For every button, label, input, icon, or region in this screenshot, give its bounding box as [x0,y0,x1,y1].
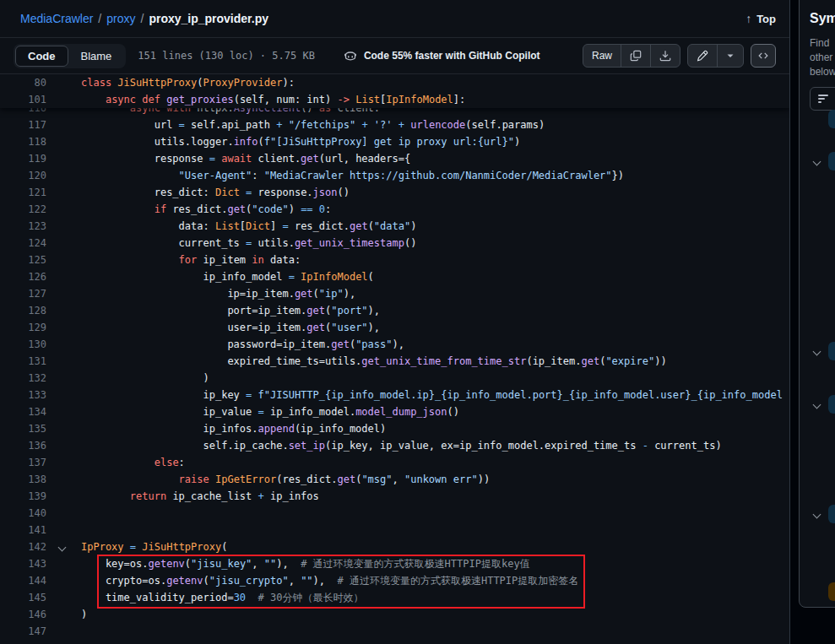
line-code: self.ip_cache.set_ip(ip_key, ip_value, e… [81,437,789,454]
line-gutter [46,133,81,150]
line-code: data: List[Dict] = res_dict.get("data") [81,218,789,235]
code-line: 129 user=ip_item.get("user"), [0,319,789,336]
line-number[interactable]: 121 [0,184,46,201]
line-number[interactable]: 130 [0,336,46,353]
line-gutter [46,235,81,252]
line-gutter [46,403,81,420]
line-number[interactable]: 117 [0,116,46,133]
line-number[interactable]: 119 [0,150,46,167]
line-number[interactable]: 134 [0,403,46,420]
copy-icon[interactable] [621,45,650,67]
collapse-chevron-icon[interactable] [58,544,65,551]
line-number[interactable]: 136 [0,437,46,454]
line-number[interactable]: 129 [0,319,46,336]
line-gutter [46,623,81,640]
line-gutter [46,488,81,505]
symbol-chip[interactable] [828,505,835,523]
line-number[interactable]: 145 [0,589,46,606]
line-number[interactable]: 128 [0,302,46,319]
line-number[interactable]: 118 [0,133,46,150]
line-code: port=ip_item.get("port"), [81,302,789,319]
line-gutter [46,505,81,522]
tab-code[interactable]: Code [15,46,68,67]
line-code: res_dict: Dict = response.json() [81,184,789,201]
line-gutter [46,336,81,353]
symbols-panel-description: Find other below [810,36,835,79]
line-code: ) [81,370,789,387]
line-number[interactable]: 120 [0,167,46,184]
symbols-filter-button[interactable] [810,87,835,111]
code-line: 143 key=os.getenv("jisu_key", ""), # 通过环… [0,555,789,572]
code-line: 147 [0,623,789,640]
line-gutter [46,150,81,167]
symbol-chip[interactable] [828,152,835,170]
breadcrumb-repo-link[interactable]: MediaCrawler [20,12,93,25]
symbols-panel-content: Symbols Find other below [800,0,835,111]
scroll-to-top-button[interactable]: ↑ Top [746,12,776,25]
line-number[interactable]: 126 [0,268,46,285]
breadcrumb-current-file: proxy_ip_provider.py [149,12,268,25]
symbol-chip[interactable] [828,395,835,414]
tree-expand-chevron-icon[interactable] [813,402,820,409]
line-code: ip_value = ip_info_model.model_dump_json… [81,403,789,420]
code-line: 136 self.ip_cache.set_ip(ip_key, ip_valu… [0,437,789,454]
line-gutter [46,252,81,268]
symbol-chip[interactable] [828,342,835,360]
line-number[interactable]: 142 [0,538,46,555]
line-number[interactable]: 125 [0,252,46,268]
symbol-chip[interactable] [828,110,835,128]
line-number[interactable]: 123 [0,218,46,235]
line-number[interactable]: 147 [0,623,46,640]
edit-dropdown-chevron-icon[interactable] [717,45,743,67]
line-number[interactable]: 124 [0,235,46,252]
breadcrumb-folder-link[interactable]: proxy [106,12,135,25]
line-code [81,505,789,522]
symbols-panel-toggle-button[interactable] [751,44,776,68]
tree-expand-chevron-icon[interactable] [813,159,820,165]
line-number[interactable]: 101 [0,91,46,108]
raw-button[interactable]: Raw [583,45,621,67]
breadcrumb-separator: / [140,12,144,25]
line-code: url = self.api_path + "/fetchips" + '?' … [81,116,789,133]
download-icon[interactable] [650,45,680,67]
file-toolbar: Code Blame 151 lines (130 loc) · 5.75 KB… [0,38,789,74]
line-code: return ip_cache_list + ip_infos [81,488,789,505]
code-line: 130 password=ip_item.get("pass"), [0,336,789,353]
line-number[interactable]: 133 [0,387,46,403]
tree-expand-chevron-icon[interactable] [813,349,820,355]
line-code: raise IpGetError(res_dict.get("msg", "un… [81,471,789,488]
edit-pencil-icon[interactable] [688,45,717,67]
code-line: 124 current_ts = utils.get_unix_timestam… [0,235,789,252]
line-number[interactable]: 143 [0,555,46,572]
line-number[interactable]: 138 [0,471,46,488]
line-number[interactable]: 122 [0,201,46,218]
line-code: time_validity_period=30 # 30分钟（最长时效） [81,589,789,606]
line-number[interactable]: 127 [0,285,46,302]
line-number[interactable]: 132 [0,370,46,387]
copilot-banner[interactable]: Code 55% faster with GitHub Copilot [344,49,540,62]
line-number[interactable]: 137 [0,454,46,471]
top-label: Top [756,13,776,25]
line-number[interactable]: 131 [0,353,46,370]
line-number[interactable]: 144 [0,572,46,589]
file-view-container: MediaCrawler / proxy / proxy_ip_provider… [0,0,790,644]
tab-blame[interactable]: Blame [68,46,125,67]
symbol-row [800,110,835,128]
line-number[interactable]: 80 [0,74,46,91]
edit-button-group [687,44,744,68]
line-code: async def get_proxies(self, num: int) ->… [81,91,789,108]
code-lines: 116 async with httpx.AsyncClient() as cl… [0,100,789,640]
symbol-row [800,582,835,601]
line-gutter [46,572,81,589]
line-number[interactable]: 141 [0,522,46,538]
line-number[interactable]: 139 [0,488,46,505]
line-code: ) [81,606,789,623]
line-gutter [46,167,81,184]
symbol-chip[interactable] [828,582,835,601]
tree-expand-chevron-icon[interactable] [813,511,820,518]
line-number[interactable]: 146 [0,606,46,623]
line-number[interactable]: 135 [0,420,46,437]
code-blame-switcher: Code Blame [14,44,126,68]
copilot-icon [344,49,357,62]
line-number[interactable]: 140 [0,505,46,522]
